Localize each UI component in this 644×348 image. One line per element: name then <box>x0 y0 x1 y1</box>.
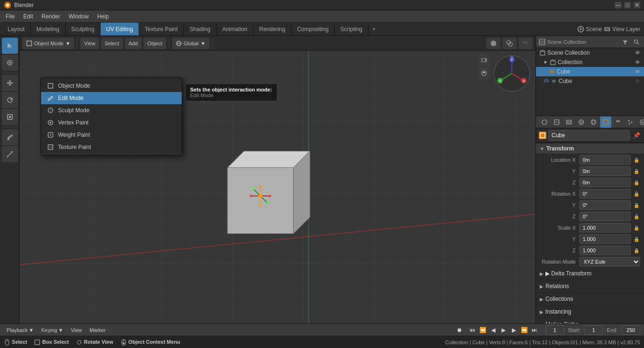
scene-properties-btn[interactable] <box>576 116 587 128</box>
menu-file[interactable]: File <box>2 12 18 21</box>
play-button[interactable]: ▶ <box>498 325 509 335</box>
end-frame-input[interactable] <box>621 325 640 335</box>
world-properties-btn[interactable] <box>588 116 599 128</box>
relations-header[interactable]: ▶ Relations <box>540 282 640 291</box>
outliner-collection[interactable]: Collection 👁 <box>536 58 644 67</box>
current-frame-input[interactable] <box>545 325 564 335</box>
mode-sculpt[interactable]: Sculpt Mode <box>41 104 182 116</box>
collections-header[interactable]: ▶ Collections <box>540 294 640 304</box>
viewport-shading-button[interactable] <box>486 38 501 49</box>
scale-x-value[interactable]: 1.000 <box>579 223 631 232</box>
record-button[interactable]: ⏺ <box>454 325 465 335</box>
location-y-value[interactable]: 0m <box>579 166 631 176</box>
tab-texture-paint[interactable]: Texture Paint <box>139 23 184 35</box>
annotate-tool-button[interactable] <box>2 129 18 145</box>
location-x-lock[interactable]: 🔒 <box>633 157 640 163</box>
mode-vertex-paint[interactable]: Vertex Paint <box>41 116 182 129</box>
outliner-cube-mesh[interactable]: Cube 👁 <box>536 67 644 76</box>
physics-btn[interactable] <box>637 116 644 128</box>
eye-icon-cube2[interactable]: 👁 <box>635 78 640 84</box>
tab-scripting[interactable]: Scripting <box>335 23 368 35</box>
scale-z-value[interactable]: 1.000 <box>579 246 631 255</box>
viewport-area[interactable]: Object Mode ▼ View Select Add Object Glo… <box>20 36 535 348</box>
menu-render[interactable]: Render <box>38 12 64 21</box>
minimize-button[interactable]: — <box>615 2 621 8</box>
rotation-x-value[interactable]: 0° <box>579 189 631 199</box>
instancing-header[interactable]: ▶ Instancing <box>540 307 640 316</box>
object-name-input[interactable] <box>548 130 630 141</box>
object-menu-button[interactable]: Object <box>143 38 166 49</box>
tab-compositing[interactable]: Compositing <box>292 23 335 35</box>
close-button[interactable]: ✕ <box>634 2 640 8</box>
rotate-tool-button[interactable] <box>2 92 18 108</box>
overlay-button[interactable] <box>502 38 517 49</box>
step-forward-button[interactable]: ⏩ <box>519 325 529 335</box>
rotation-x-lock[interactable]: 🔒 <box>633 191 640 197</box>
prev-key-button[interactable]: ◀ <box>488 325 498 335</box>
object-properties-btn[interactable] <box>600 116 611 128</box>
select-tool-button[interactable] <box>2 55 18 71</box>
measure-tool-button[interactable] <box>2 146 18 162</box>
next-key-button[interactable]: ▶ <box>509 325 519 335</box>
scale-y-lock[interactable]: 🔒 <box>633 237 640 242</box>
tab-animation[interactable]: Animation <box>217 23 253 35</box>
add-workspace-button[interactable]: + <box>368 23 379 35</box>
rotation-z-lock[interactable]: 🔒 <box>633 214 640 219</box>
eye-icon-cube[interactable]: 👁 <box>635 69 640 75</box>
marker-menu[interactable]: Marker <box>87 325 109 335</box>
mode-weight-paint[interactable]: Weight Paint <box>41 129 182 141</box>
rotation-y-lock[interactable]: 🔒 <box>633 203 640 208</box>
scale-tool-button[interactable] <box>2 109 18 125</box>
scale-y-value[interactable]: 1.000 <box>579 234 631 244</box>
step-back-button[interactable]: ⏪ <box>477 325 488 335</box>
view-layer-btn[interactable] <box>563 116 575 128</box>
location-y-lock[interactable]: 🔒 <box>633 169 640 174</box>
keying-menu[interactable]: Keying ▼ <box>39 325 67 335</box>
eye-icon-coll[interactable]: 👁 <box>635 59 640 65</box>
pivot-button[interactable]: Global ▼ <box>172 38 209 49</box>
menu-window[interactable]: Window <box>65 12 92 21</box>
delta-transform-header[interactable]: ▶ ▶ Delta Transform <box>540 269 640 278</box>
tab-modeling[interactable]: Modeling <box>31 23 66 35</box>
camera-view-button[interactable] <box>478 54 490 66</box>
mode-texture-paint[interactable]: Texture Paint <box>41 141 182 153</box>
rotation-mode-select[interactable]: XYZ Eule XZY Euler YXZ Euler YZX Euler Z… <box>579 257 640 266</box>
mode-object[interactable]: Object Mode <box>41 80 182 92</box>
outliner-scene-collection[interactable]: Scene Collection 👁 <box>536 48 644 58</box>
transform-tool-button[interactable] <box>2 75 18 91</box>
navigation-gizmo[interactable]: Z X Y <box>493 55 531 92</box>
tab-layout[interactable]: Layout <box>2 23 31 35</box>
skip-end-button[interactable]: ⏭ <box>529 325 540 335</box>
start-frame-input[interactable] <box>584 325 603 335</box>
outliner-search-button[interactable] <box>632 37 641 47</box>
scale-z-lock[interactable]: 🔒 <box>633 248 640 253</box>
rotation-y-value[interactable]: 0° <box>579 200 631 210</box>
menu-edit[interactable]: Edit <box>19 12 37 21</box>
render-view-button[interactable] <box>478 67 490 79</box>
location-z-lock[interactable]: 🔒 <box>633 180 640 185</box>
add-menu-button[interactable]: Add <box>125 38 142 49</box>
modifiers-btn[interactable] <box>612 116 624 128</box>
location-x-value[interactable]: 0m <box>579 155 631 165</box>
location-z-value[interactable]: 0m <box>579 178 631 187</box>
gizmo-button[interactable] <box>519 38 533 49</box>
eye-icon-scene[interactable]: 👁 <box>635 50 640 56</box>
tab-shading[interactable]: Shading <box>184 23 217 35</box>
particles-btn[interactable] <box>625 116 636 128</box>
playback-menu[interactable]: Playback ▼ <box>4 325 37 335</box>
outliner-filter-button[interactable] <box>620 37 630 47</box>
maximize-button[interactable]: □ <box>624 2 631 8</box>
skip-start-button[interactable]: ⏮ <box>467 325 477 335</box>
transform-section-header[interactable]: ▼ Transform <box>536 143 644 154</box>
view-menu-button[interactable]: View <box>80 38 99 49</box>
mode-select-button[interactable]: Object Mode ▼ <box>23 38 74 49</box>
outliner-cube-obj[interactable]: Cube 👁 <box>536 76 644 86</box>
tab-rendering[interactable]: Rendering <box>253 23 291 35</box>
mode-edit[interactable]: Edit Mode <box>41 92 182 104</box>
view-menu[interactable]: View <box>68 325 85 335</box>
rotation-z-value[interactable]: 0° <box>579 212 631 221</box>
select-menu-button[interactable]: Select <box>101 38 123 49</box>
render-properties-btn[interactable] <box>539 116 550 128</box>
cursor-tool-button[interactable] <box>2 38 18 54</box>
output-properties-btn[interactable] <box>551 116 562 128</box>
